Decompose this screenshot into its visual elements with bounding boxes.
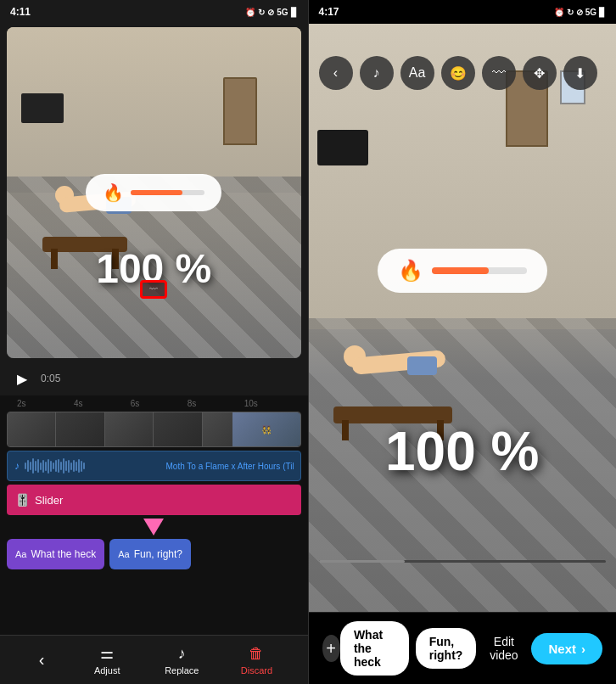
caption-tag-1[interactable]: What the heck — [340, 621, 409, 676]
wave-bar — [78, 459, 80, 473]
adjust-icon: ⚌ — [100, 644, 114, 663]
wave-bar — [83, 463, 85, 469]
caption-tags-row: What the heck Fun, right? — [340, 621, 476, 676]
left-panel: 4:11 ⏰ ↻ ⊘ 5G ▊ 🔥 — [0, 0, 308, 684]
audio-waveform — [25, 457, 161, 474]
slider-sticker-right: 🔥 — [378, 249, 547, 293]
status-icons-right: ⏰ ↻ ⊘ 5G ▊ — [554, 8, 606, 17]
video-progress-bar[interactable] — [319, 560, 607, 563]
caption-tag-2[interactable]: Fun, right? — [416, 628, 477, 669]
text-track-what-the-heck[interactable]: Aa What the heck — [7, 539, 104, 569]
wave-bar — [40, 463, 42, 470]
slider-track-icon: 🎚️ — [15, 493, 30, 507]
replace-icon: ♪ — [178, 645, 186, 663]
wave-bar — [76, 462, 77, 471]
next-button[interactable]: Next › — [531, 633, 602, 664]
strip-frame-4 — [154, 412, 202, 446]
alarm-icon: ⏰ — [245, 8, 255, 17]
edit-video-button[interactable]: Edit video — [476, 628, 531, 669]
emoji-toolbar-button[interactable]: 😊 — [441, 56, 475, 90]
bottom-toolbar-left: ‹ ⚌ Adjust ♪ Replace 🗑 Discard — [0, 635, 308, 684]
signal-icon: 5G — [277, 8, 288, 17]
timeline-ruler: 2s 4s 6s 8s 10s — [7, 399, 301, 408]
wave-bar — [73, 460, 75, 472]
play-button[interactable]: ▶ — [10, 367, 34, 390]
arrow-container — [7, 519, 301, 535]
status-bar-right: 4:17 ⏰ ↻ ⊘ 5G ▊ — [309, 0, 617, 24]
mute-icon-r: ⊘ — [576, 8, 583, 17]
video-preview-right: 🔥 100 % ‹ ♪ Aa 😊 〰 ✥ ⬇ — [309, 24, 617, 612]
slider-track-label: Slider — [35, 494, 63, 507]
wave-bar — [58, 459, 59, 473]
wave-bar — [32, 458, 34, 474]
slider-bar-right — [432, 267, 527, 274]
wave-bar — [25, 463, 26, 469]
wave-bar — [42, 460, 44, 473]
wave-bar — [65, 461, 67, 471]
bench-leg-r-left — [342, 420, 349, 440]
sync-icon: ↻ — [258, 8, 265, 17]
wave-bar — [53, 463, 54, 469]
right-panel: 4:17 ⏰ ↻ ⊘ 5G ▊ 🔥 — [309, 0, 617, 684]
status-icons-left: ⏰ ↻ ⊘ 5G ▊ — [245, 8, 297, 17]
wave-bar — [35, 461, 36, 471]
top-toolbar-right: ‹ ♪ Aa 😊 〰 ✥ ⬇ — [309, 49, 617, 97]
wave-toolbar-button[interactable]: 〰 — [482, 56, 516, 90]
tv-object-right — [317, 130, 368, 165]
timeline-container: 👯 — [7, 412, 301, 447]
wave-bar — [60, 462, 62, 470]
text-track-fun-right[interactable]: Aa Fun, right? — [109, 539, 191, 569]
music-toolbar-button[interactable]: ♪ — [360, 56, 394, 90]
time-left: 4:11 — [10, 6, 31, 18]
video-preview-left: 🔥 100 % — [7, 27, 301, 358]
mute-icon: ⊘ — [267, 8, 274, 17]
controls-row: ▶ 0:05 — [0, 362, 308, 395]
discard-icon: 🗑 — [249, 645, 264, 663]
wave-bar — [37, 459, 39, 473]
music-icon: ♪ — [14, 460, 20, 472]
flame-emoji-left: 🔥 — [103, 182, 124, 203]
text-toolbar-button[interactable]: Aa — [400, 56, 434, 90]
timeline-area[interactable]: 2s 4s 6s 8s 10s 👯 ♪ — [0, 395, 308, 635]
slider-bar-left — [131, 190, 204, 195]
move-toolbar-button[interactable]: ✥ — [523, 56, 557, 90]
next-chevron-icon: › — [581, 642, 585, 656]
text-track-label-2: Fun, right? — [134, 548, 182, 560]
person-figure-right — [339, 341, 475, 401]
plus-button[interactable]: + — [322, 635, 340, 662]
discard-button[interactable]: 🗑 Discard — [235, 645, 277, 676]
slider-track[interactable]: 🎚️ Slider — [7, 485, 301, 515]
wave-bar — [81, 461, 82, 472]
percent-text-right: 100 % — [385, 420, 539, 483]
wave-bar — [30, 462, 31, 470]
download-toolbar-button[interactable]: ⬇ — [563, 56, 597, 90]
ruler-4s: 4s — [74, 399, 131, 408]
back-button-right[interactable]: ‹ — [319, 56, 353, 90]
red-highlight-box[interactable] — [140, 280, 167, 299]
wave-bar — [27, 460, 29, 472]
discard-label: Discard — [241, 665, 272, 676]
battery-icon-r: ▊ — [599, 8, 606, 17]
back-button[interactable]: ‹ — [30, 648, 53, 672]
replace-label: Replace — [165, 665, 199, 676]
bottom-bar-right: + What the heck Fun, right? Edit video N… — [309, 612, 617, 684]
audio-track-label: Moth To a Flame x After Hours (TikTok Ed… — [166, 462, 294, 471]
ruler-8s: 8s — [188, 399, 244, 408]
next-label: Next — [548, 642, 576, 656]
wave-bar — [70, 463, 72, 470]
wave-bar — [50, 461, 52, 472]
down-arrow-indicator — [143, 519, 164, 535]
wave-bar — [48, 459, 49, 474]
audio-track[interactable]: ♪ — [7, 451, 301, 481]
battery-icon: ▊ — [291, 8, 298, 17]
adjust-button[interactable]: ⚌ Adjust — [86, 644, 128, 676]
replace-button[interactable]: ♪ Replace — [160, 645, 203, 676]
text-sticker-tracks: Aa What the heck Aa Fun, right? — [7, 539, 301, 569]
time-right: 4:17 — [319, 6, 339, 18]
door-object — [223, 77, 257, 145]
person-shorts-right — [407, 356, 437, 375]
video-strip[interactable]: 👯 — [7, 412, 301, 447]
ruler-2s: 2s — [17, 399, 74, 408]
ruler-10s: 10s — [244, 399, 301, 408]
text-track-label-1: What the heck — [31, 548, 96, 560]
